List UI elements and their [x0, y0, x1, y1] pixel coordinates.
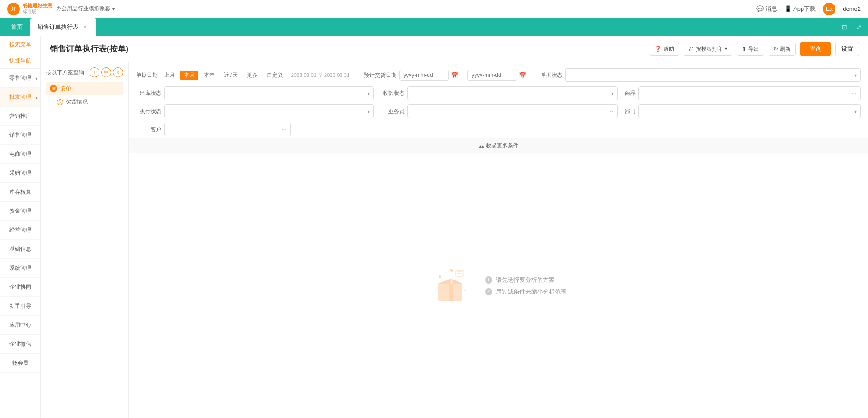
filter-salesperson: 业务员 ··· [379, 104, 617, 118]
restore-icon[interactable]: ⊡ [839, 22, 850, 33]
sidebar-item-system[interactable]: 系统管理 [0, 259, 40, 278]
messages-label: 消息 [765, 5, 777, 13]
filter-form: 单据日期 上月 本月 本年 近7天 更多 自定义 2023-03-01 至 20… [129, 62, 868, 138]
sidebar-item-basic-info[interactable]: 基础信息 [0, 240, 40, 259]
sidebar-item-enterprise-wechat[interactable]: 企业微信 [0, 335, 40, 354]
filter-execution-status: 执行状态 ▾ [136, 104, 374, 118]
collapse-left-icon: « [117, 69, 120, 76]
expected-date-start[interactable] [399, 70, 449, 81]
collection-status-select[interactable]: ▾ [407, 86, 617, 100]
edit-scheme-button[interactable]: ✏ [101, 67, 111, 77]
tip-number-1: 1 [485, 276, 492, 284]
header-right: 💬 消息 📱 App下载 Ea demo2 [756, 3, 861, 15]
app-download-label: App下载 [793, 5, 816, 13]
filter-collection-status: 收款状态 ▾ [379, 86, 617, 100]
collapse-scheme-button[interactable]: « [113, 67, 123, 77]
filter-row-2: 出库状态 ▾ 收款状态 ▾ [136, 86, 861, 100]
edit-icon: ✏ [104, 69, 108, 76]
sidebar-item-sales[interactable]: 销售管理 [0, 126, 40, 145]
user-avatar[interactable]: Ea [823, 3, 835, 15]
expected-date-label: 预计交货日期 [364, 71, 396, 79]
scheme-debt-label: 欠货情况 [66, 98, 88, 106]
sidebar-item-wholesale[interactable]: 批发管理 ▴ [0, 88, 40, 107]
execution-status-select[interactable]: ▾ [164, 104, 374, 118]
sidebar-item-app-center[interactable]: 应用中心 [0, 316, 40, 335]
sidebar-item-inventory[interactable]: 库存核算 [0, 183, 40, 202]
filter-goods: 商品 ··· [623, 86, 861, 100]
sidebar-item-marketing[interactable]: 营销推广 [0, 107, 40, 126]
tab-home[interactable]: 首页 [4, 18, 30, 36]
scheme-item-debt[interactable]: 欠 欠货情况 [46, 95, 123, 109]
messages-button[interactable]: 💬 消息 [756, 5, 777, 13]
filters-section: 单据日期 上月 本月 本年 近7天 更多 自定义 2023-03-01 至 20… [129, 62, 868, 418]
date-separator: — [460, 72, 466, 79]
print-icon: 🖨 [689, 46, 694, 52]
scheme-header: 按以下方案查询 + ✏ « [46, 67, 123, 77]
chevron-down-icon: ▾ [611, 91, 613, 96]
message-icon: 💬 [756, 5, 764, 12]
tab-sales-order[interactable]: 销售订单执行表 × [30, 18, 96, 36]
customer-select[interactable]: ··· [164, 123, 291, 136]
settings-button[interactable]: 设置 [835, 42, 859, 56]
help-button[interactable]: ❓ 帮助 [650, 43, 679, 56]
calendar-end-icon[interactable]: 📅 [519, 72, 526, 79]
empty-tips: 1 请先选择要分析的方案 2 用过滤条件来缩小分析范围 [485, 276, 566, 296]
page-title: 销售订单执行表(按单) [50, 43, 128, 54]
sidebar-search[interactable]: 搜索菜单 [0, 36, 40, 53]
sidebar-item-management[interactable]: 经营管理 [0, 221, 40, 240]
phone-icon: 📱 [784, 5, 792, 12]
svg-point-4 [464, 290, 466, 291]
scheme-item-order[interactable]: 按 按单 [46, 82, 123, 95]
chevron-down-icon: ▾ [368, 109, 370, 114]
sidebar-item-ecommerce[interactable]: 电商管理 [0, 145, 40, 164]
close-tab-icon[interactable]: × [81, 24, 89, 31]
collapse-more-btn[interactable]: ▴▴ 收起更多条件 [129, 138, 868, 153]
bill-status-label: 单据状态 [541, 71, 562, 79]
sidebar: 搜索菜单 快捷导航 零售管理 ▾ 批发管理 ▴ 营销推广 销售管理 电商管理 采… [0, 36, 41, 418]
delivery-status-select[interactable]: ▾ [164, 86, 374, 100]
execution-status-label: 执行状态 [136, 108, 161, 115]
company-name: 办公用品行业模拟账套 [56, 5, 110, 13]
refresh-button[interactable]: ↻ 刷新 [769, 43, 796, 56]
calendar-start-icon[interactable]: 📅 [451, 72, 458, 79]
sidebar-item-guide[interactable]: 新手引导 [0, 297, 40, 316]
expected-date-end[interactable] [467, 70, 517, 81]
date-tab-custom[interactable]: 自定义 [263, 71, 287, 80]
goods-select[interactable]: ··· [638, 86, 861, 100]
filter-customer: 客户 ··· [136, 123, 291, 136]
tip-number-2: 2 [485, 288, 492, 295]
sidebar-item-member[interactable]: 畅会员 [0, 354, 40, 373]
sidebar-quick-nav[interactable]: 快捷导航 [0, 53, 40, 69]
date-tab-last-month[interactable]: 上月 [160, 71, 179, 80]
filter-row-4: 客户 ··· [136, 123, 861, 136]
logo-area: 好 畅捷通好生意 标准版 [7, 3, 52, 15]
print-button[interactable]: 🖨 按模板打印 ▾ [684, 43, 732, 56]
sidebar-item-cooperation[interactable]: 企业协同 [0, 278, 40, 297]
question-icon: ❓ [655, 46, 661, 52]
date-tab-this-month[interactable]: 本月 [180, 71, 198, 80]
query-button[interactable]: 查询 [800, 42, 831, 56]
sales-order-tab-label: 销售订单执行表 [38, 23, 79, 31]
salesperson-label: 业务员 [379, 108, 405, 115]
scheme-order-label: 按单 [60, 85, 71, 93]
department-select[interactable]: ▾ [638, 104, 861, 118]
sidebar-item-purchase[interactable]: 采购管理 [0, 164, 40, 183]
bill-status-select[interactable]: ▾ [565, 68, 861, 82]
add-scheme-button[interactable]: + [90, 67, 99, 77]
maximize-icon[interactable]: ⤢ [854, 22, 864, 33]
avatar-text: Ea [826, 6, 833, 12]
date-tab-7days[interactable]: 近7天 [220, 71, 241, 80]
empty-tip-1: 1 请先选择要分析的方案 [485, 276, 566, 284]
date-tab-more[interactable]: 更多 [243, 71, 261, 80]
svg-point-2 [439, 276, 441, 278]
salesperson-select[interactable]: ··· [407, 104, 617, 118]
app-download-button[interactable]: 📱 App下载 [784, 5, 816, 13]
export-button[interactable]: ⬆ 导出 [737, 43, 764, 56]
plus-icon: + [93, 69, 96, 76]
dots-icon: ··· [281, 126, 287, 133]
company-selector[interactable]: 办公用品行业模拟账套 ▾ [56, 5, 115, 13]
filter-bill-status: 单据状态 ▾ [541, 68, 861, 82]
date-tab-this-year[interactable]: 本年 [200, 71, 218, 80]
sidebar-item-retail[interactable]: 零售管理 ▾ [0, 69, 40, 88]
sidebar-item-finance[interactable]: 资金管理 [0, 202, 40, 221]
